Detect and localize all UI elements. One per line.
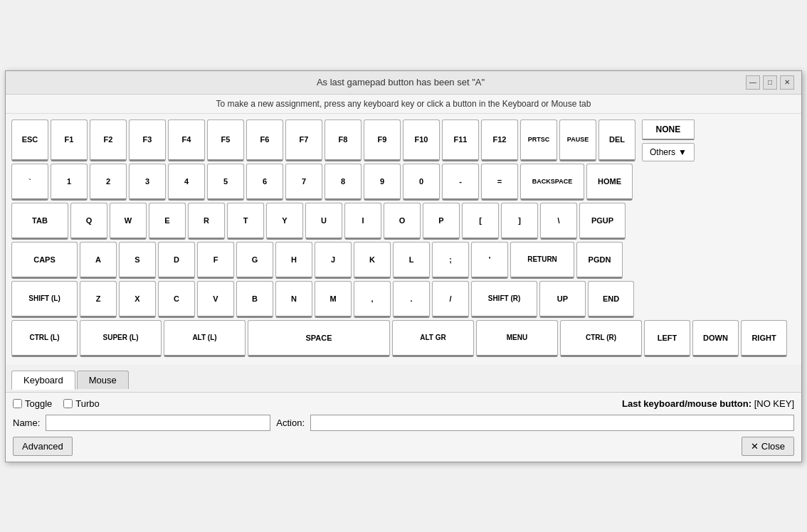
action-input[interactable]	[310, 415, 794, 431]
toggle-checkbox-label[interactable]: Toggle	[13, 398, 52, 409]
key-p[interactable]: P	[423, 203, 460, 240]
key-f1[interactable]: F1	[51, 119, 88, 161]
key-pause[interactable]: PAUSE	[559, 119, 596, 161]
key-s[interactable]: S	[119, 242, 156, 279]
key-prtsc[interactable]: PRTSC	[520, 119, 557, 161]
close-button[interactable]: ✕	[780, 75, 794, 90]
key-j[interactable]: J	[315, 242, 352, 279]
key-quote[interactable]: '	[471, 242, 508, 279]
advanced-button[interactable]: Advanced	[13, 437, 73, 456]
none-button[interactable]: NONE	[642, 119, 695, 140]
key-equals[interactable]: =	[481, 164, 518, 201]
turbo-checkbox-label[interactable]: Turbo	[63, 398, 99, 409]
key-f11[interactable]: F11	[442, 119, 479, 161]
key-f9[interactable]: F9	[364, 119, 401, 161]
key-f3[interactable]: F3	[129, 119, 166, 161]
key-shift-right[interactable]: SHIFT (R)	[471, 281, 537, 318]
key-x[interactable]: X	[119, 281, 156, 318]
key-y[interactable]: Y	[266, 203, 303, 240]
key-3[interactable]: 3	[129, 164, 166, 201]
key-minus[interactable]: -	[442, 164, 479, 201]
name-action-row: Name: Action:	[13, 415, 794, 431]
key-down[interactable]: DOWN	[692, 320, 739, 357]
key-u[interactable]: U	[305, 203, 342, 240]
key-period[interactable]: .	[393, 281, 430, 318]
key-a[interactable]: A	[80, 242, 117, 279]
key-t[interactable]: T	[227, 203, 264, 240]
key-return[interactable]: RETURN	[510, 242, 574, 279]
key-k[interactable]: K	[354, 242, 391, 279]
key-left[interactable]: LEFT	[644, 320, 690, 357]
key-v[interactable]: V	[197, 281, 234, 318]
key-z[interactable]: Z	[80, 281, 117, 318]
key-2[interactable]: 2	[90, 164, 127, 201]
key-f10[interactable]: F10	[403, 119, 440, 161]
key-backtick[interactable]: `	[11, 164, 48, 201]
key-comma[interactable]: ,	[354, 281, 391, 318]
key-backspace[interactable]: BACKSPACE	[520, 164, 584, 201]
key-f5[interactable]: F5	[207, 119, 244, 161]
key-ctrl-left[interactable]: CTRL (L)	[11, 320, 78, 357]
key-9[interactable]: 9	[364, 164, 401, 201]
key-f2[interactable]: F2	[90, 119, 127, 161]
key-lbracket[interactable]: [	[462, 203, 499, 240]
key-alt-gr[interactable]: ALT GR	[392, 320, 474, 357]
key-f7[interactable]: F7	[285, 119, 322, 161]
maximize-button[interactable]: □	[763, 75, 777, 90]
key-r[interactable]: R	[188, 203, 225, 240]
key-4[interactable]: 4	[168, 164, 205, 201]
key-q[interactable]: Q	[70, 203, 107, 240]
minimize-button[interactable]: —	[746, 75, 760, 90]
name-input[interactable]	[46, 415, 270, 431]
key-menu[interactable]: MENU	[476, 320, 558, 357]
key-slash[interactable]: /	[432, 281, 469, 318]
key-8[interactable]: 8	[325, 164, 362, 201]
key-space[interactable]: SPACE	[248, 320, 390, 357]
toggle-checkbox[interactable]	[13, 399, 22, 408]
key-alt-left[interactable]: ALT (L)	[164, 320, 246, 357]
key-b[interactable]: B	[236, 281, 273, 318]
others-button[interactable]: Others ▼	[642, 143, 695, 161]
key-f6[interactable]: F6	[246, 119, 283, 161]
key-pgup[interactable]: PGUP	[579, 203, 626, 240]
key-semicolon[interactable]: ;	[432, 242, 469, 279]
key-f[interactable]: F	[197, 242, 234, 279]
key-rbracket[interactable]: ]	[501, 203, 538, 240]
key-h[interactable]: H	[275, 242, 312, 279]
key-home[interactable]: HOME	[586, 164, 633, 201]
close-dialog-button[interactable]: ✕ Close	[742, 437, 794, 456]
turbo-checkbox[interactable]	[63, 399, 73, 408]
key-o[interactable]: O	[384, 203, 421, 240]
key-c[interactable]: C	[158, 281, 195, 318]
tab-keyboard[interactable]: Keyboard	[11, 371, 75, 390]
key-backslash[interactable]: \	[540, 203, 577, 240]
key-up[interactable]: UP	[539, 281, 586, 318]
key-super-left[interactable]: SUPER (L)	[80, 320, 162, 357]
tab-mouse[interactable]: Mouse	[77, 371, 129, 389]
key-e[interactable]: E	[149, 203, 186, 240]
key-6[interactable]: 6	[246, 164, 283, 201]
key-d[interactable]: D	[158, 242, 195, 279]
key-del[interactable]: DEL	[598, 119, 635, 161]
key-esc[interactable]: ESC	[11, 119, 48, 161]
key-0[interactable]: 0	[403, 164, 440, 201]
key-end[interactable]: END	[588, 281, 634, 318]
key-m[interactable]: M	[315, 281, 352, 318]
key-pgdn[interactable]: PGDN	[576, 242, 623, 279]
key-ctrl-right[interactable]: CTRL (R)	[560, 320, 642, 357]
key-tab[interactable]: TAB	[11, 203, 68, 240]
key-right[interactable]: RIGHT	[741, 320, 787, 357]
key-shift-left[interactable]: SHIFT (L)	[11, 281, 78, 318]
key-f8[interactable]: F8	[325, 119, 362, 161]
key-w[interactable]: W	[110, 203, 147, 240]
key-f12[interactable]: F12	[481, 119, 518, 161]
key-g[interactable]: G	[236, 242, 273, 279]
key-n[interactable]: N	[275, 281, 312, 318]
key-caps[interactable]: CAPS	[11, 242, 78, 279]
key-f4[interactable]: F4	[168, 119, 205, 161]
key-l[interactable]: L	[393, 242, 430, 279]
key-5[interactable]: 5	[207, 164, 244, 201]
key-1[interactable]: 1	[51, 164, 88, 201]
key-i[interactable]: I	[344, 203, 381, 240]
key-7[interactable]: 7	[285, 164, 322, 201]
